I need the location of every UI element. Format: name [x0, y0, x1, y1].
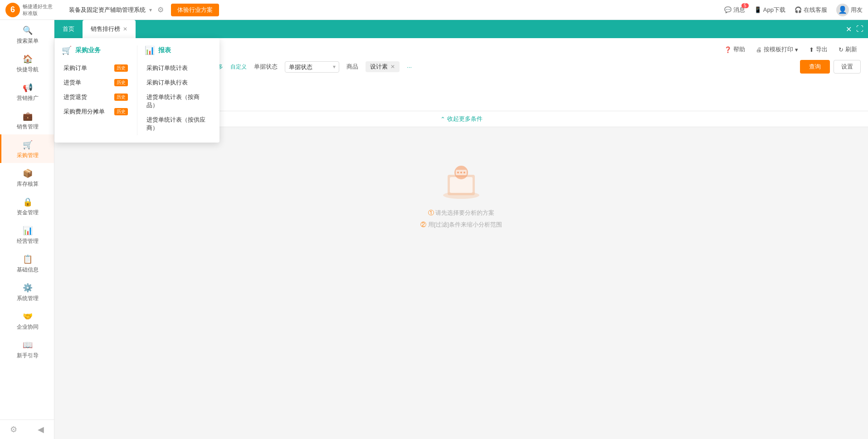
home-icon: 🏠 — [23, 54, 33, 64]
headset-icon: 🎧 — [795, 6, 802, 13]
inventory-icon: 📦 — [23, 168, 33, 178]
history-tag-2: 历史 — [114, 94, 128, 101]
dropdown-item-goods-receipt[interactable]: 进货单 历史 — [62, 75, 130, 90]
message-item[interactable]: 💬 消息 5 — [724, 6, 745, 14]
marketing-icon: 📢 — [23, 83, 33, 93]
sidebar-item-operations[interactable]: 📊 经营管理 — [0, 220, 54, 249]
export-icon: ⬆ — [809, 46, 814, 53]
message-icon: 💬 — [724, 6, 731, 13]
report-col-icon: 📊 — [145, 45, 155, 55]
export-btn[interactable]: ⬆ 导出 — [805, 44, 831, 55]
sidebar-label-funds: 资金管理 — [17, 209, 39, 217]
basic-info-icon: 📋 — [23, 254, 33, 264]
sidebar-label-purchase: 采购管理 — [17, 152, 39, 159]
dropdown-item-purchase-expense[interactable]: 采购费用分摊单 历史 — [62, 104, 130, 119]
tab-sales-rank-label: 销售排行榜 — [91, 25, 120, 33]
tab-home-label: 首页 — [63, 25, 74, 33]
sidebar-item-basic-info[interactable]: 📋 基础信息 — [0, 249, 54, 277]
empty-icon — [439, 163, 484, 200]
settings-bottom-icon[interactable]: ⚙ — [10, 424, 17, 434]
message-badge: 5 — [741, 3, 749, 8]
sidebar-item-funds[interactable]: 🔒 资金管理 — [0, 192, 54, 220]
top-bar: 6 畅捷通好生意 标准版 装备及固定资产辅助管理系统 ▾ ⚙ 体验行业方案 💬 … — [0, 0, 868, 20]
tab-close-all-icon[interactable]: ✕ — [846, 25, 852, 34]
top-bar-right: 💬 消息 5 📱 App下载 🎧 在线客服 👤 用友 — [724, 4, 863, 16]
tab-home[interactable]: 首页 — [54, 20, 83, 38]
refresh-btn[interactable]: ↻ 刷新 — [835, 44, 861, 55]
sidebar-item-quick-nav[interactable]: 🏠 快捷导航 — [0, 49, 54, 77]
sidebar-item-marketing[interactable]: 📢 营销推广 — [0, 77, 54, 106]
sidebar-label-guide: 新手引导 — [17, 352, 39, 360]
online-service-label: 在线客服 — [804, 6, 827, 14]
dropdown-item-po-exec[interactable]: 采购订单执行表 — [145, 75, 213, 90]
system-dropdown-arrow[interactable]: ▾ — [149, 7, 152, 13]
sidebar-label-operations: 经营管理 — [17, 237, 39, 245]
svg-rect-2 — [450, 177, 473, 193]
empty-state: ① 请先选择要分析的方案 ② 用[过滤]条件来缩小分析范围 — [54, 127, 868, 267]
dropdown-item-goods-return[interactable]: 进货退货 历史 — [62, 90, 130, 104]
print-arrow: ▾ — [795, 46, 798, 53]
empty-tip-1: ① 请先选择要分析的方案 — [428, 207, 495, 219]
dropdown-col-purchase-title: 🛒 采购业务 — [62, 45, 130, 55]
collapse-icon[interactable]: ◀ — [38, 424, 44, 434]
funds-icon: 🔒 — [23, 197, 33, 207]
goods-label: 商品 — [346, 63, 358, 71]
dropdown-item-po-stats[interactable]: 采购订单统计表 — [145, 61, 213, 75]
goods-more[interactable]: ··· — [407, 64, 412, 70]
svg-point-6 — [460, 172, 462, 173]
phone-icon: 📱 — [754, 6, 761, 13]
guide-icon: 📖 — [23, 340, 33, 350]
app-download-item[interactable]: 📱 App下载 — [754, 6, 785, 14]
gear-icon[interactable]: ⚙ — [157, 5, 164, 14]
dropdown-col-purchase: 🛒 采购业务 采购订单 历史 进货单 历史 进货退货 历史 采购费用分摊单 历史 — [54, 45, 137, 135]
logo-icon: 6 — [5, 3, 20, 17]
tab-bar-right: ✕ ⛶ — [846, 25, 868, 34]
operations-icon: 📊 — [23, 226, 33, 236]
history-tag-3: 历史 — [114, 108, 128, 115]
tab-maximize-icon[interactable]: ⛶ — [856, 25, 863, 33]
tab-close-icon[interactable]: ✕ — [123, 26, 127, 32]
avatar-icon: 👤 — [836, 4, 849, 16]
sidebar-label-enterprise: 企业协同 — [17, 323, 39, 331]
app-download-label: App下载 — [763, 6, 785, 14]
bill-status-label: 单据状态 — [254, 63, 278, 71]
bill-status-select[interactable]: 单据状态 — [285, 61, 339, 73]
dropdown-col-report: 📊 报表 采购订单统计表 采购订单执行表 进货单统计表（按商品） 进货单统计表（… — [137, 45, 220, 135]
sidebar-item-guide[interactable]: 📖 新手引导 — [0, 335, 54, 363]
tab-sales-rank[interactable]: 销售排行榜 ✕ — [83, 20, 136, 38]
dropdown-item-receipt-stats-goods[interactable]: 进货单统计表（按商品） — [145, 90, 213, 113]
print-btn[interactable]: 🖨 按模板打印 ▾ — [752, 44, 802, 55]
sidebar: 🔍 搜索菜单 🏠 快捷导航 📢 营销推广 💼 销售管理 🛒 采购管理 📦 库存核… — [0, 20, 54, 439]
query-actions: 查询 设置 — [800, 60, 861, 74]
help-btn[interactable]: ❓ 帮助 — [721, 44, 749, 55]
sidebar-item-enterprise[interactable]: 🤝 企业协同 — [0, 306, 54, 335]
online-service-item[interactable]: 🎧 在线客服 — [795, 6, 827, 14]
system-title-area: 装备及固定资产辅助管理系统 ▾ ⚙ — [69, 5, 164, 14]
user-item[interactable]: 👤 用友 — [836, 4, 863, 16]
bill-status-select-wrap: 单据状态 ▾ — [285, 61, 339, 73]
logo-text: 畅捷通好生意 标准版 — [23, 3, 53, 16]
goods-tag-close[interactable]: ✕ — [390, 64, 395, 70]
sales-icon: 💼 — [23, 111, 33, 121]
sidebar-item-purchase[interactable]: 🛒 采购管理 — [0, 134, 54, 163]
sidebar-item-system[interactable]: ⚙️ 系统管理 — [0, 277, 54, 306]
svg-point-5 — [457, 172, 459, 173]
sidebar-item-inventory[interactable]: 📦 库存核算 — [0, 163, 54, 192]
refresh-icon: ↻ — [839, 46, 844, 53]
query-btn[interactable]: 查询 — [800, 60, 830, 74]
sidebar-label-basic-info: 基础信息 — [17, 266, 39, 274]
sidebar-label-search: 搜索菜单 — [17, 37, 39, 45]
sidebar-item-search[interactable]: 🔍 搜索菜单 — [0, 20, 54, 49]
dropdown-item-purchase-order[interactable]: 采购订单 历史 — [62, 61, 130, 75]
purchase-icon: 🛒 — [23, 140, 33, 150]
sidebar-item-sales[interactable]: 💼 销售管理 — [0, 106, 54, 134]
collapse-label: 收起更多条件 — [447, 115, 483, 123]
enterprise-icon: 🤝 — [23, 311, 33, 321]
toolbar-right: ❓ 帮助 🖨 按模板打印 ▾ ⬆ 导出 ↻ 刷新 — [721, 44, 861, 55]
user-label: 用友 — [851, 6, 863, 14]
industry-btn[interactable]: 体验行业方案 — [171, 4, 219, 16]
dropdown-item-receipt-stats-supplier[interactable]: 进货单统计表（按供应商） — [145, 113, 213, 135]
sidebar-label-quick-nav: 快捷导航 — [17, 66, 39, 74]
settings-btn[interactable]: 设置 — [834, 60, 861, 74]
date-quick-custom[interactable]: 自定义 — [230, 63, 247, 71]
